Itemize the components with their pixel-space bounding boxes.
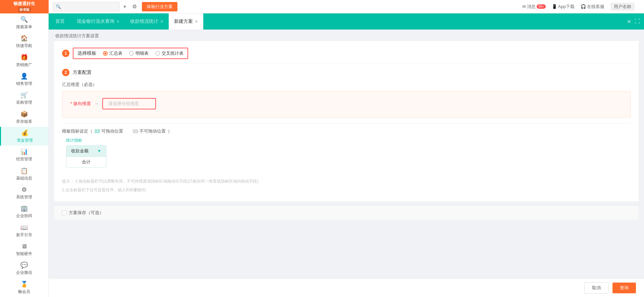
download-btn[interactable]: 📱 App下载 xyxy=(552,4,575,10)
sidebar-item-inventory[interactable]: 📦 库存核算 xyxy=(0,108,48,127)
tab-collection[interactable]: 收款情况统计 ✕ xyxy=(125,13,169,30)
tab-close-icon[interactable]: ✕ xyxy=(627,18,631,25)
dropdown-arrow-icon: ▼ xyxy=(97,149,101,153)
service-btn[interactable]: 🎧 在线客服 xyxy=(581,4,604,10)
stats-table: 收款金额 ▼ 合计 xyxy=(66,145,106,168)
drag-indicator: 可拖动位置 xyxy=(95,128,123,134)
sales-icon: 👤 xyxy=(20,72,28,80)
step1-box: 选择模板 汇总表 明细表 交叉统 xyxy=(73,48,188,59)
tab-home[interactable]: 首页 xyxy=(49,13,71,30)
sidebar-item-quick-nav[interactable]: 🏠 快捷导航 xyxy=(0,32,48,51)
sidebar-item-enterprise[interactable]: 🏢 企业协同 xyxy=(0,202,48,221)
basic-icon: 📋 xyxy=(20,167,28,175)
dimension-select[interactable]: 请选择分组维度 xyxy=(102,98,156,109)
tab-expand-icon[interactable]: ⛶ xyxy=(635,18,640,24)
weixin-icon: 💬 xyxy=(20,261,28,269)
radio-cross[interactable]: 交叉统计表 xyxy=(155,50,183,56)
tab-cashflow[interactable]: 现金银行流水查询 ✕ xyxy=(71,13,125,30)
gear-button[interactable]: ⚙ xyxy=(130,2,139,11)
tips-section: 提示： 1.拖动标题栏可以调整布局，不可跨维度或指标区域拖动目字段(只能在同一维… xyxy=(62,177,631,195)
hardware-icon: 🖥 xyxy=(21,243,27,250)
download-icon: 📱 xyxy=(552,4,557,9)
search-input[interactable] xyxy=(62,4,109,9)
sidebar-item-basic[interactable]: 📋 基础信息 xyxy=(0,165,48,184)
sidebar-item-hardware[interactable]: 🖥 智能硬件 xyxy=(0,240,48,259)
query-button[interactable]: 查询 xyxy=(612,283,636,293)
dimension-section-label: 汇总维度（必选） xyxy=(62,82,631,88)
no-drag-indicator: 不可拖动位置 xyxy=(133,128,166,134)
operation-icon: 📊 xyxy=(20,148,28,155)
search-bar[interactable]: 🔍 xyxy=(53,2,120,11)
sidebar-item-system[interactable]: ⚙ 系统管理 xyxy=(0,184,48,202)
search-icon: 🔍 xyxy=(56,4,61,9)
sidebar: 🔍 搜索菜单 🏠 快捷导航 🎁 营销推广 👤 销售管理 🛒 采购管理 📦 库存核… xyxy=(0,13,49,297)
sidebar-item-guide[interactable]: 📖 新手引导 xyxy=(0,221,48,240)
metrics-section: 模板指标设定（ 可拖动位置 不可拖动位置 ） xyxy=(62,128,631,169)
sidebar-item-operation[interactable]: 📊 经营管理 xyxy=(0,146,48,164)
footer-bar: 取消 查询 xyxy=(49,278,644,297)
guide-icon: 📖 xyxy=(20,224,28,231)
radio-detail[interactable]: 明细表 xyxy=(129,50,149,56)
message-icon: ✉ xyxy=(522,4,526,9)
stats-section-label: 统计指标 xyxy=(66,138,631,143)
step2-circle: 2 xyxy=(62,69,69,76)
step2-title: 方案配置 xyxy=(73,69,92,76)
cancel-button[interactable]: 取消 xyxy=(584,282,608,294)
radio-detail-dot xyxy=(129,51,134,56)
dimension-area: * 纵向维度 → 请选择分组维度 xyxy=(62,91,631,118)
dropdown-arrow[interactable]: ▼ xyxy=(122,4,127,9)
stats-table-header[interactable]: 收款金额 ▼ xyxy=(66,146,106,157)
inventory-icon: 📦 xyxy=(20,110,28,118)
capital-icon: 💰 xyxy=(21,129,29,137)
close-new-plan-icon[interactable]: ✕ xyxy=(195,19,198,24)
dimension-row-label: * 纵向维度 xyxy=(70,101,91,107)
step1-title: 选择模板 xyxy=(77,50,96,56)
marketing-icon: 🎁 xyxy=(20,54,28,61)
industry-btn[interactable]: 体验行业方案 xyxy=(142,2,177,11)
purchase-icon: 🛒 xyxy=(20,91,28,99)
system-icon: ⚙ xyxy=(21,186,27,193)
save-section: 方案保存（可选） xyxy=(54,205,639,220)
message-badge: 99+ xyxy=(537,4,546,9)
breadcrumb: 收款情况统计方案设置 xyxy=(49,30,644,41)
dimension-arrow: → xyxy=(94,101,99,106)
tab-bar: 首页 现金银行流水查询 ✕ 收款情况统计 ✕ 新建方案 ✕ ✕ ⛶ xyxy=(49,13,644,30)
radio-summary[interactable]: 汇总表 xyxy=(103,50,122,56)
step1-circle: 1 xyxy=(62,50,69,57)
stats-table-cell: 合计 xyxy=(66,157,106,167)
sidebar-item-marketing[interactable]: 🎁 营销推广 xyxy=(0,51,48,70)
checkbox-box[interactable] xyxy=(62,210,67,215)
sidebar-item-weixin[interactable]: 💬 企业微信 xyxy=(0,259,48,278)
page-content: 收款情况统计方案设置 1 选择模板 汇总表 xyxy=(49,30,644,278)
save-checkbox-label[interactable]: 方案保存（可选） xyxy=(62,210,104,216)
sidebar-item-capital[interactable]: 💰 资金管理 xyxy=(0,127,48,146)
service-icon: 🎧 xyxy=(581,4,586,9)
tab-new-plan[interactable]: 新建方案 ✕ xyxy=(169,13,203,30)
radio-cross-dot xyxy=(155,51,160,56)
member-icon: 🏅 xyxy=(20,281,28,288)
close-collection-icon[interactable]: ✕ xyxy=(160,19,163,24)
user-info[interactable]: 用户名称 xyxy=(610,3,635,11)
sidebar-item-purchase[interactable]: 🛒 采购管理 xyxy=(0,89,48,108)
close-cashflow-icon[interactable]: ✕ xyxy=(116,19,119,24)
sidebar-item-search-menu[interactable]: 🔍 搜索菜单 xyxy=(0,13,48,32)
app-logo: 畅捷通好生 标准版 xyxy=(0,0,49,13)
radio-summary-dot xyxy=(103,51,108,56)
enterprise-icon: 🏢 xyxy=(20,205,28,212)
sidebar-item-sales[interactable]: 👤 销售管理 xyxy=(0,70,48,89)
search-menu-icon: 🔍 xyxy=(20,16,28,23)
sidebar-item-member[interactable]: 🏅 畅会员 xyxy=(0,278,48,297)
home-icon: 🏠 xyxy=(20,35,28,42)
message-btn[interactable]: ✉ 消息 99+ xyxy=(522,4,546,10)
